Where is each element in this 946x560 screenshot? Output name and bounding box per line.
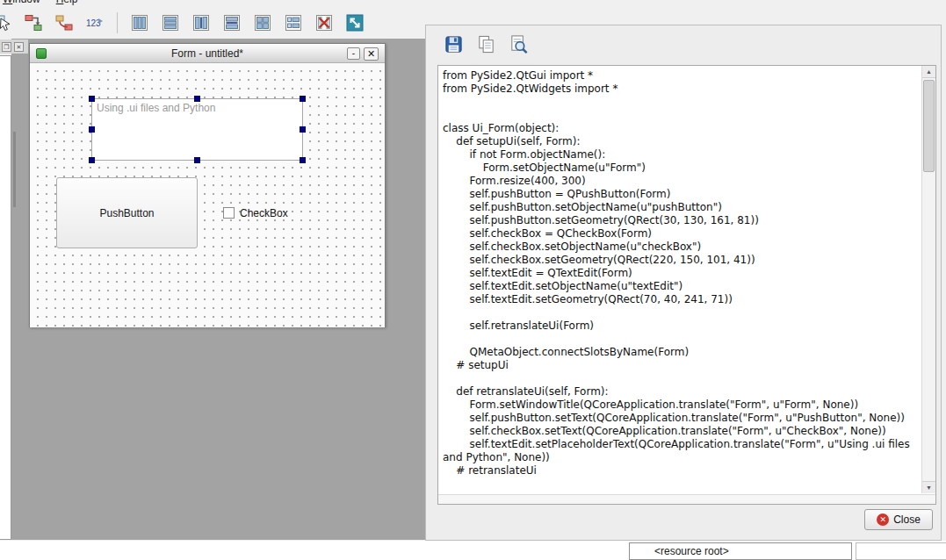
- menu-item[interactable]: Window: [3, 0, 40, 5]
- save-icon: [444, 34, 464, 54]
- code-line: self.checkBox = QCheckBox(Form): [443, 227, 921, 241]
- code-line: self.checkBox.setText(QCoreApplication.t…: [443, 425, 921, 438]
- code-line: [443, 306, 921, 319]
- code-line: # retranslateUi: [443, 464, 921, 477]
- find-icon: [509, 34, 529, 54]
- close-dialog-button[interactable]: ✕ Close: [864, 509, 933, 530]
- qt-designer-window: WindowHelp 123: [0, 0, 946, 560]
- code-line: Form.setObjectName(u"Form"): [443, 162, 921, 175]
- code-line: Form.resize(400, 300): [443, 175, 921, 188]
- dock-titlebar: ❐ ✕: [0, 39, 28, 54]
- break-layout-icon[interactable]: [313, 11, 336, 34]
- panel-fragment: [856, 542, 946, 560]
- horizontal-scrollbar[interactable]: [438, 494, 935, 504]
- close-button-label: Close: [893, 513, 921, 526]
- textedit-placeholder: Using .ui files and Python: [97, 102, 215, 114]
- code-line: self.textEdit.setPlaceholderText(QCoreAp…: [443, 438, 921, 451]
- code-line: self.pushButton.setObjectName(u"pushButt…: [443, 201, 921, 214]
- code-line: self.textEdit.setGeometry(QRect(70, 40, …: [443, 293, 921, 306]
- close-button[interactable]: ✕: [364, 47, 379, 61]
- save-button[interactable]: [442, 32, 465, 55]
- code-line: self.retranslateUi(Form): [443, 319, 921, 333]
- code-line: [443, 109, 921, 122]
- layout-vertical-icon[interactable]: [159, 11, 182, 34]
- code-view[interactable]: from PySide2.QtGui import *from PySide2.…: [437, 65, 936, 505]
- scroll-down-icon[interactable]: ▼: [922, 481, 935, 493]
- code-line: if not Form.objectName():: [443, 148, 921, 162]
- code-preview-dialog: from PySide2.QtGui import *from PySide2.…: [425, 25, 942, 541]
- adjust-size-icon[interactable]: [343, 11, 366, 34]
- selection-handle[interactable]: [300, 157, 306, 163]
- dialog-toolbar: [442, 32, 530, 55]
- main-toolbar: 123: [0, 11, 366, 34]
- copy-button[interactable]: [474, 32, 497, 55]
- menu-item[interactable]: Help: [56, 0, 78, 5]
- code-line: self.textEdit = QTextEdit(Form): [443, 267, 921, 280]
- selection-handle[interactable]: [194, 157, 200, 163]
- code-line: self.checkBox.setGeometry(QRect(220, 150…: [443, 254, 921, 267]
- form-window-title: Form - untitled*: [30, 44, 385, 63]
- code-line: self.pushButton = QPushButton(Form): [443, 188, 921, 201]
- copy-icon: [476, 34, 496, 54]
- layout-horizontal-icon[interactable]: [128, 11, 151, 34]
- selection-handle[interactable]: [300, 126, 306, 133]
- find-button[interactable]: [507, 32, 530, 55]
- form-canvas[interactable]: Using .ui files and Python PushButton Ch…: [30, 63, 385, 327]
- splitter-horizontal-icon[interactable]: [190, 11, 213, 34]
- toolbar-separator: [117, 12, 118, 33]
- code-line: self.pushButton.setText(QCoreApplication…: [443, 412, 921, 425]
- code-line: from PySide2.QtGui import *: [443, 69, 921, 83]
- widget-box-panel-fragment: [0, 55, 11, 540]
- edit-widgets-icon[interactable]: [0, 11, 14, 34]
- resource-browser-fragment[interactable]: <resource root>: [629, 542, 852, 560]
- code-line: Form.setWindowTitle(QCoreApplication.tra…: [443, 398, 921, 412]
- selection-handle[interactable]: [89, 157, 95, 163]
- scrollbar-fragment[interactable]: [13, 132, 16, 207]
- code-line: [443, 96, 921, 109]
- code-line: and Python", None)): [443, 451, 921, 464]
- selection-handle[interactable]: [300, 96, 306, 102]
- menubar: WindowHelp: [3, 0, 178, 8]
- resource-root-item[interactable]: <resource root>: [654, 545, 729, 557]
- selection-handle[interactable]: [89, 96, 95, 102]
- edit-tab-order-icon[interactable]: 123: [83, 11, 106, 34]
- code-line: self.textEdit.setObjectName(u"textEdit"): [443, 280, 921, 293]
- vertical-scrollbar[interactable]: ▲ ▼: [921, 66, 935, 493]
- checkbox-widget[interactable]: CheckBox: [223, 195, 312, 231]
- code-line: [443, 333, 921, 346]
- layout-form-icon[interactable]: [282, 11, 305, 34]
- code-line: self.pushButton.setGeometry(QRect(30, 13…: [443, 214, 921, 227]
- dock-float-icon[interactable]: ❐: [2, 42, 11, 52]
- close-x-icon: ✕: [877, 513, 889, 526]
- scroll-up-icon[interactable]: ▲: [922, 66, 935, 78]
- code-line: def setupUi(self, Form):: [443, 135, 921, 148]
- minimize-button[interactable]: -: [347, 47, 360, 60]
- selection-handle[interactable]: [194, 96, 200, 102]
- form-window-titlebar[interactable]: Form - untitled* - ✕: [30, 44, 385, 63]
- edit-signals-slots-icon[interactable]: [22, 11, 45, 34]
- code-line: [443, 372, 921, 385]
- code-line: self.checkBox.setObjectName(u"checkBox"): [443, 241, 921, 254]
- code-line: QMetaObject.connectSlotsByName(Form): [443, 346, 921, 359]
- edit-buddies-icon[interactable]: [53, 11, 76, 34]
- code-line: class Ui_Form(object):: [443, 122, 921, 135]
- dock-close-icon[interactable]: ✕: [14, 42, 24, 52]
- selection-handle[interactable]: [89, 126, 95, 133]
- form-editor-window: Form - untitled* - ✕ Using .ui files and…: [29, 43, 386, 327]
- pushbutton-widget[interactable]: PushButton: [56, 177, 198, 248]
- code-line: from PySide2.QtWidgets import *: [443, 83, 921, 96]
- checkbox-indicator[interactable]: [223, 207, 235, 219]
- textedit-widget[interactable]: Using .ui files and Python: [91, 98, 303, 161]
- checkbox-label: CheckBox: [240, 207, 288, 219]
- splitter-vertical-icon[interactable]: [220, 11, 243, 34]
- code-line: # setupUi: [443, 359, 921, 372]
- layout-grid-icon[interactable]: [251, 11, 274, 34]
- code-text[interactable]: from PySide2.QtGui import *from PySide2.…: [438, 66, 921, 493]
- scrollbar-thumb[interactable]: [923, 80, 935, 172]
- code-line: def retranslateUi(self, Form):: [443, 385, 921, 398]
